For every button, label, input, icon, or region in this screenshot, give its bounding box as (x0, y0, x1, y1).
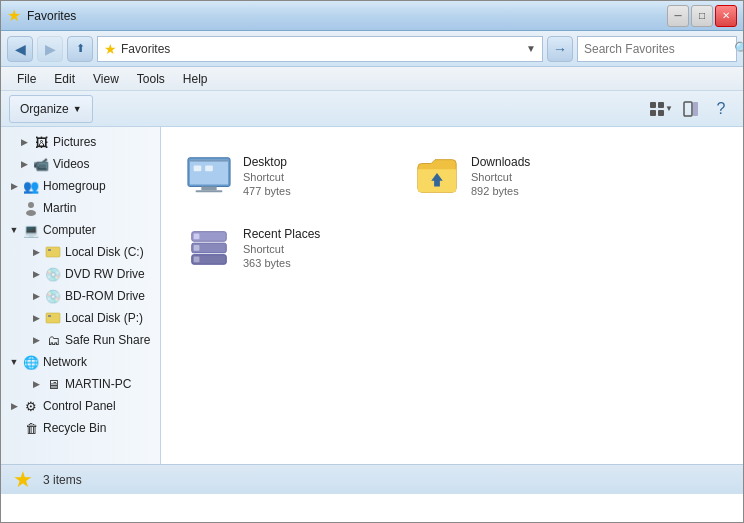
bd-rom-icon: 💿 (45, 288, 61, 304)
svg-rect-1 (658, 102, 664, 108)
desktop-icon (185, 151, 233, 199)
sidebar-item-recycle-bin[interactable]: 🗑 Recycle Bin (1, 417, 160, 439)
up-button[interactable]: ⬆ (67, 36, 93, 62)
control-panel-icon: ⚙ (23, 398, 39, 414)
sidebar-label-computer: Computer (43, 223, 96, 237)
svg-point-6 (28, 202, 34, 208)
sidebar-label-control-panel: Control Panel (43, 399, 116, 413)
menu-file[interactable]: File (9, 70, 44, 88)
recycle-bin-icon: 🗑 (23, 420, 39, 436)
svg-rect-13 (190, 160, 228, 185)
file-name-downloads: Downloads (471, 155, 530, 169)
file-type-downloads: Shortcut (471, 171, 530, 183)
search-box[interactable]: 🔍 (577, 36, 737, 62)
computer-icon: 💻 (23, 222, 39, 238)
sidebar-item-network[interactable]: ▼ 🌐 Network (1, 351, 160, 373)
menu-edit[interactable]: Edit (46, 70, 83, 88)
address-star-icon: ★ (104, 41, 117, 57)
svg-rect-4 (684, 102, 692, 116)
sidebar-item-computer[interactable]: ▼ 💻 Computer (1, 219, 160, 241)
close-button[interactable]: ✕ (715, 5, 737, 27)
maximize-button[interactable]: □ (691, 5, 713, 27)
content-area: Desktop Shortcut 477 bytes Downloads Sho… (161, 127, 743, 464)
organize-dropdown-icon: ▼ (73, 104, 82, 114)
file-item-desktop[interactable]: Desktop Shortcut 477 bytes (177, 143, 397, 207)
menu-tools[interactable]: Tools (129, 70, 173, 88)
file-item-downloads[interactable]: Downloads Shortcut 892 bytes (405, 143, 625, 207)
sidebar: ▶ 🖼 Pictures ▶ 📹 Videos ▶ 👥 Homegroup Ma… (1, 127, 161, 464)
expand-arrow: ▶ (19, 159, 29, 169)
sidebar-item-control-panel[interactable]: ▶ ⚙ Control Panel (1, 395, 160, 417)
file-size-desktop: 477 bytes (243, 185, 291, 197)
views-button[interactable]: ▼ (647, 95, 675, 123)
sidebar-item-homegroup[interactable]: ▶ 👥 Homegroup (1, 175, 160, 197)
expand-arrow: ▶ (31, 291, 41, 301)
sidebar-item-martin[interactable]: Martin (1, 197, 160, 219)
expand-arrow: ▼ (9, 357, 19, 367)
sidebar-label-homegroup: Homegroup (43, 179, 106, 193)
sidebar-item-martin-pc[interactable]: ▶ 🖥 MARTIN-PC (1, 373, 160, 395)
sidebar-label-recycle-bin: Recycle Bin (43, 421, 106, 435)
svg-rect-14 (190, 160, 228, 162)
menu-view[interactable]: View (85, 70, 127, 88)
expand-arrow: ▼ (9, 225, 19, 235)
status-bar: ★ 3 items (1, 464, 743, 494)
sidebar-label-network: Network (43, 355, 87, 369)
address-dropdown-icon[interactable]: ▼ (526, 43, 536, 54)
martin-pc-icon: 🖥 (45, 376, 61, 392)
martin-icon (23, 200, 39, 216)
svg-rect-15 (201, 187, 216, 191)
sidebar-item-bd-rom[interactable]: ▶ 💿 BD-ROM Drive (1, 285, 160, 307)
sidebar-item-videos[interactable]: ▶ 📹 Videos (1, 153, 160, 175)
address-text: Favorites (121, 42, 522, 56)
pictures-icon: 🖼 (33, 134, 49, 150)
organize-button[interactable]: Organize ▼ (9, 95, 93, 123)
sidebar-item-local-disk-p[interactable]: ▶ Local Disk (P:) (1, 307, 160, 329)
forward-button[interactable]: ▶ (37, 36, 63, 62)
svg-point-7 (26, 210, 36, 216)
menu-help[interactable]: Help (175, 70, 216, 88)
file-type-recent: Shortcut (243, 243, 320, 255)
expand-arrow: ▶ (9, 181, 19, 191)
back-button[interactable]: ◀ (7, 36, 33, 62)
file-name-recent: Recent Places (243, 227, 320, 241)
svg-rect-0 (650, 102, 656, 108)
sidebar-label-local-disk-c: Local Disk (C:) (65, 245, 144, 259)
organize-label: Organize (20, 102, 69, 116)
search-input[interactable] (584, 42, 734, 56)
sidebar-label-safe-run: Safe Run Share (65, 333, 150, 347)
svg-rect-18 (205, 165, 213, 171)
title-controls: ─ □ ✕ (667, 5, 737, 27)
sidebar-label-dvd-rw: DVD RW Drive (65, 267, 145, 281)
sidebar-item-dvd-rw[interactable]: ▶ 💿 DVD RW Drive (1, 263, 160, 285)
address-bar[interactable]: ★ Favorites ▼ (97, 36, 543, 62)
title-bar: ★ Favorites ─ □ ✕ (1, 1, 743, 31)
sidebar-item-local-disk-c[interactable]: ▶ Local Disk (C:) (1, 241, 160, 263)
toolbar: Organize ▼ ▼ ? (1, 91, 743, 127)
file-size-recent: 363 bytes (243, 257, 320, 269)
expand-arrow: ▶ (9, 401, 19, 411)
dvd-rw-icon: 💿 (45, 266, 61, 282)
file-item-recent-places[interactable]: Recent Places Shortcut 363 bytes (177, 215, 397, 279)
svg-rect-10 (46, 313, 60, 323)
file-type-desktop: Shortcut (243, 171, 291, 183)
sidebar-label-local-disk-p: Local Disk (P:) (65, 311, 143, 325)
svg-rect-3 (658, 110, 664, 116)
help-button[interactable]: ? (707, 95, 735, 123)
downloads-icon (413, 151, 461, 199)
sidebar-item-pictures[interactable]: ▶ 🖼 Pictures (1, 131, 160, 153)
window-title: Favorites (27, 9, 76, 23)
expand-arrow: ▶ (31, 379, 41, 389)
sidebar-label-martin-pc: MARTIN-PC (65, 377, 131, 391)
svg-rect-11 (48, 315, 51, 317)
preview-pane-button[interactable] (677, 95, 705, 123)
nav-bar: ◀ ▶ ⬆ ★ Favorites ▼ → 🔍 (1, 31, 743, 67)
go-button[interactable]: → (547, 36, 573, 62)
svg-rect-5 (693, 102, 698, 116)
sidebar-item-safe-run[interactable]: ▶ 🗂 Safe Run Share (1, 329, 160, 351)
file-size-downloads: 892 bytes (471, 185, 530, 197)
sidebar-label-martin: Martin (43, 201, 76, 215)
minimize-button[interactable]: ─ (667, 5, 689, 27)
expand-arrow: ▶ (31, 335, 41, 345)
sidebar-label-pictures: Pictures (53, 135, 96, 149)
